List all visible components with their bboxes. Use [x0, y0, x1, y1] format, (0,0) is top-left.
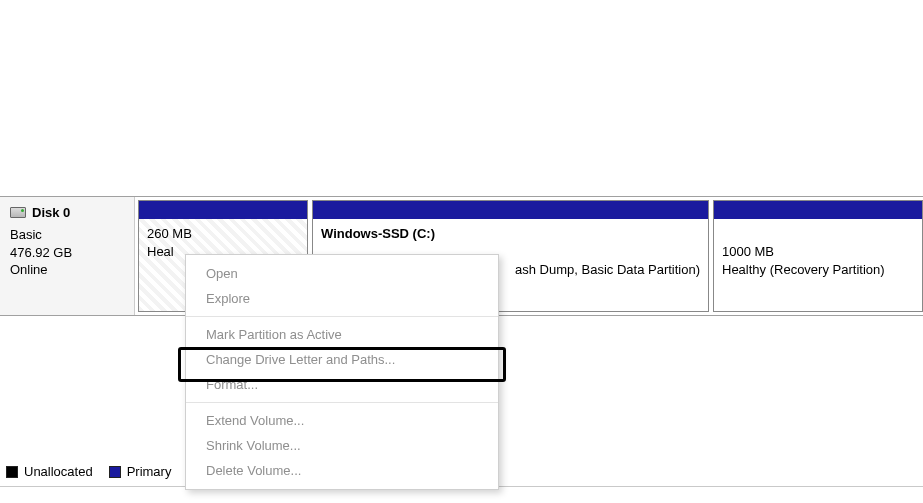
partition-header: [313, 201, 708, 219]
disk-title: Disk 0: [32, 205, 70, 220]
partition-header: [714, 201, 922, 219]
legend-primary: Primary: [109, 464, 172, 479]
menu-shrink-volume: Shrink Volume...: [186, 433, 498, 458]
disk-sub: Basic 476.92 GB Online: [10, 226, 72, 279]
disk-size: 476.92 GB: [10, 244, 72, 262]
legend-label: Primary: [127, 464, 172, 479]
legend-swatch-black: [6, 466, 18, 478]
partition-recovery[interactable]: 1000 MB Healthy (Recovery Partition): [713, 200, 923, 312]
partition-size: 1000 MB: [722, 243, 914, 261]
legend: Unallocated Primary: [6, 464, 171, 479]
disk-icon: [10, 207, 26, 218]
disk-type: Basic: [10, 226, 72, 244]
menu-mark-active: Mark Partition as Active: [186, 322, 498, 347]
disk-status: Online: [10, 261, 72, 279]
legend-swatch-blue: [109, 466, 121, 478]
menu-delete-volume: Delete Volume...: [186, 458, 498, 483]
partition-name: Windows-SSD (C:): [321, 225, 700, 243]
menu-separator: [186, 316, 498, 317]
partition-header: [139, 201, 307, 219]
menu-explore: Explore: [186, 286, 498, 311]
legend-unallocated: Unallocated: [6, 464, 93, 479]
partition-status: Healthy (Recovery Partition): [722, 261, 914, 279]
menu-format: Format...: [186, 372, 498, 397]
blank-area: [0, 0, 923, 196]
menu-open: Open: [186, 261, 498, 286]
context-menu: Open Explore Mark Partition as Active Ch…: [185, 254, 499, 490]
partition-size: 260 MB: [147, 225, 299, 243]
menu-separator: [186, 402, 498, 403]
disk-info[interactable]: Disk 0 Basic 476.92 GB Online: [0, 197, 135, 315]
menu-change-drive-letter[interactable]: Change Drive Letter and Paths...: [186, 347, 498, 372]
menu-extend-volume: Extend Volume...: [186, 408, 498, 433]
legend-label: Unallocated: [24, 464, 93, 479]
